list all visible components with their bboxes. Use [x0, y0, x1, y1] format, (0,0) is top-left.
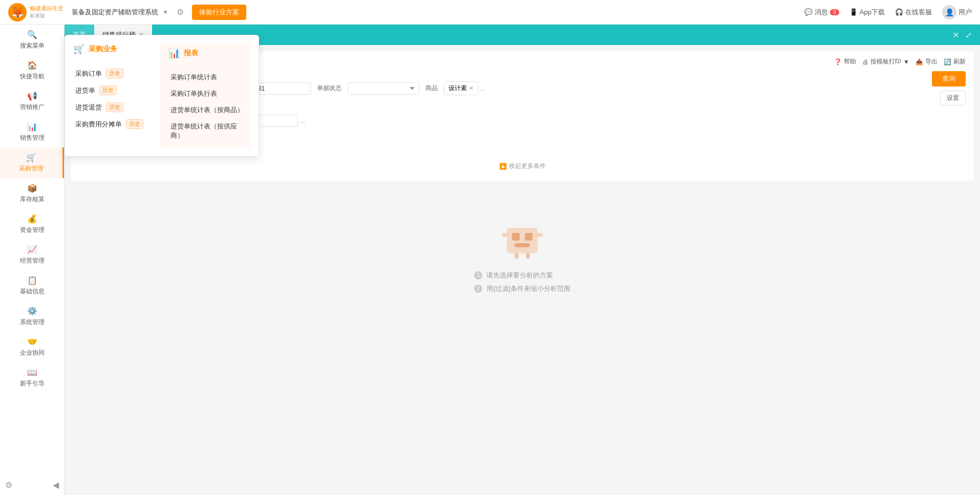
app-download-label: App下载 [860, 8, 885, 17]
dropdown-item-inbound[interactable]: 进货单 历史 [73, 82, 152, 99]
report-col-icon: 📊 [168, 48, 180, 59]
svg-rect-5 [537, 233, 543, 237]
history-badge-return: 历史 [106, 102, 123, 112]
sidebar-label-basic-info: 基础信息 [20, 287, 45, 296]
collapse-label: 收起更多条件 [509, 162, 546, 170]
top-right: 💬 消息 9 📱 App下载 🎧 在线客服 👤 用户 [804, 5, 972, 19]
salesperson-more[interactable]: ... [300, 117, 305, 124]
dropdown-item-return[interactable]: 进货退货 历史 [73, 99, 152, 116]
empty-illustration [497, 218, 548, 259]
sidebar-label-marketing: 营销推广 [20, 103, 45, 112]
inbound-stat-supplier-label: 进货单统计表（按供应商） [171, 122, 245, 140]
export-icon: 📤 [915, 58, 923, 66]
status-select[interactable] [348, 82, 419, 95]
online-service-btn[interactable]: 🎧 在线客服 [895, 8, 932, 17]
tab-maximize-btn[interactable]: ⤢ [963, 28, 974, 42]
help-icon: ❓ [834, 58, 842, 66]
empty-step-2: 2 用[过滤]条件来缩小分析范围 [474, 282, 570, 295]
sidebar-settings-icon[interactable]: ⚙ [5, 480, 12, 490]
goods-tag-close-btn[interactable]: ✕ [469, 85, 474, 92]
dropdown-item-inbound-stat-supplier[interactable]: 进货单统计表（按供应商） [168, 118, 247, 144]
collapse-icon: 🔼 [499, 163, 507, 170]
svg-rect-6 [515, 253, 519, 259]
tab-minimize-btn[interactable]: ✕ [950, 28, 961, 42]
purchase-col: 🛒 采购业务 采购订单 历史 进货单 历史 进货退货 历史 [73, 44, 152, 148]
svg-rect-4 [502, 233, 508, 237]
sidebar-item-purchase[interactable]: 🛒 采购管理 [0, 147, 64, 178]
sidebar-item-marketing[interactable]: 📢 营销推广 [0, 86, 64, 117]
app-download-btn[interactable]: 📱 App下载 [849, 8, 885, 17]
online-service-label: 在线客服 [905, 8, 932, 17]
print-icon: 🖨 [862, 58, 868, 66]
user-btn[interactable]: 👤 用户 [942, 5, 972, 19]
svg-rect-7 [526, 253, 530, 259]
sidebar-item-sales[interactable]: 📊 销售管理 [0, 117, 64, 147]
sidebar-item-finance[interactable]: 💰 资金管理 [0, 209, 64, 240]
empty-state: 1 请先选择要分析的方案 2 用[过滤]条件来缩小分析范围 [71, 187, 974, 326]
history-badge-inbound: 历史 [99, 85, 117, 95]
sys-dropdown-arrow[interactable]: ▼ [162, 9, 168, 16]
order-stat-label: 采购订单统计表 [171, 73, 217, 82]
inbound-stat-goods-label: 进货单统计表（按商品） [171, 105, 244, 115]
goods-tag: 设计素 ✕ [444, 81, 478, 95]
sidebar-collapse-icon[interactable]: ◀ [53, 480, 59, 490]
purchase-dropdown-menu: 🛒 采购业务 采购订单 历史 进货单 历史 进货退货 历史 [65, 35, 259, 157]
sidebar-label-enterprise: 企业协同 [20, 349, 45, 357]
help-btn[interactable]: ❓ 帮助 [834, 57, 856, 66]
system-icon: ⚙️ [27, 306, 37, 316]
sidebar-item-operations[interactable]: 📈 经营管理 [0, 240, 64, 270]
purchase-order-label: 采购订单 [75, 69, 102, 78]
sys-title: 装备及固定资产辅助管理系统 [72, 8, 158, 17]
sales-icon: 📊 [27, 122, 37, 132]
sidebar-item-inventory[interactable]: 📦 库存核算 [0, 178, 64, 209]
sidebar-label-purchase: 采购管理 [19, 164, 44, 173]
svg-rect-2 [525, 233, 532, 241]
sidebar-item-basic-info[interactable]: 📋 基础信息 [0, 270, 64, 301]
user-label: 用户 [958, 8, 972, 17]
order-exec-label: 采购订单执行表 [171, 89, 217, 98]
goods-more[interactable]: ... [480, 85, 485, 92]
collapse-btn[interactable]: 🔼 收起更多条件 [79, 158, 966, 175]
sidebar-label-system: 系统管理 [20, 318, 45, 327]
export-btn[interactable]: 📤 导出 [915, 57, 938, 66]
goods-label: 商品 [425, 84, 438, 93]
print-template-btn[interactable]: 🖨 按模板打印 ▼ [862, 57, 909, 66]
finance-icon: 💰 [27, 214, 37, 224]
inbound-label: 进货单 [75, 86, 95, 95]
logo-icon: 🦊 [8, 3, 27, 21]
dropdown-item-order-stat[interactable]: 采购订单统计表 [168, 69, 247, 85]
settings-btn[interactable]: 设置 [940, 91, 966, 105]
sidebar-bottom: ⚙ ◀ [0, 475, 64, 495]
phone-icon: 📱 [849, 8, 858, 16]
svg-rect-3 [515, 243, 530, 247]
logo-sub: 标准版 [30, 12, 63, 19]
guide-icon: 📖 [27, 368, 37, 377]
sidebar-item-search[interactable]: 🔍 搜索菜单 [0, 25, 64, 55]
sidebar-label-inventory: 库存核算 [20, 195, 45, 204]
sidebar-label-sales: 销售管理 [20, 134, 45, 142]
dropdown-item-expense[interactable]: 采购费用分摊单 历史 [73, 116, 152, 133]
sys-settings-icon[interactable]: ⚙ [177, 7, 184, 17]
content-area: 首页 销售排行榜 ✕ ✕ ⤢ ❓ 帮助 [65, 25, 980, 495]
dropdown-item-order-exec[interactable]: 采购订单执行表 [168, 85, 247, 102]
dropdown-item-purchase-order[interactable]: 采购订单 历史 [73, 65, 152, 82]
home-icon: 🏠 [27, 60, 37, 70]
sidebar-item-quick-nav[interactable]: 🏠 快捷导航 [0, 55, 64, 86]
sidebar-item-system[interactable]: ⚙️ 系统管理 [0, 301, 64, 332]
report-col-title-text: 报表 [184, 49, 198, 58]
goods-tag-value: 设计素 [449, 84, 467, 93]
user-avatar: 👤 [942, 5, 956, 19]
enterprise-icon: 🤝 [27, 337, 37, 347]
industry-btn[interactable]: 体验行业方案 [192, 5, 246, 20]
messages-btn[interactable]: 💬 消息 9 [804, 8, 839, 17]
query-btn[interactable]: 查询 [932, 71, 966, 87]
empty-step-1: 1 请先选择要分析的方案 [474, 269, 570, 282]
sidebar-item-guide[interactable]: 📖 新手引导 [0, 362, 64, 393]
refresh-btn[interactable]: 🔄 刷新 [944, 57, 966, 66]
svg-rect-0 [507, 228, 538, 253]
search-icon: 🔍 [27, 30, 37, 39]
sidebar-item-enterprise[interactable]: 🤝 企业协同 [0, 332, 64, 362]
dropdown-item-inbound-stat-goods[interactable]: 进货单统计表（按商品） [168, 102, 247, 118]
history-badge-expense: 历史 [126, 119, 143, 129]
status-label: 单据状态 [317, 84, 342, 93]
